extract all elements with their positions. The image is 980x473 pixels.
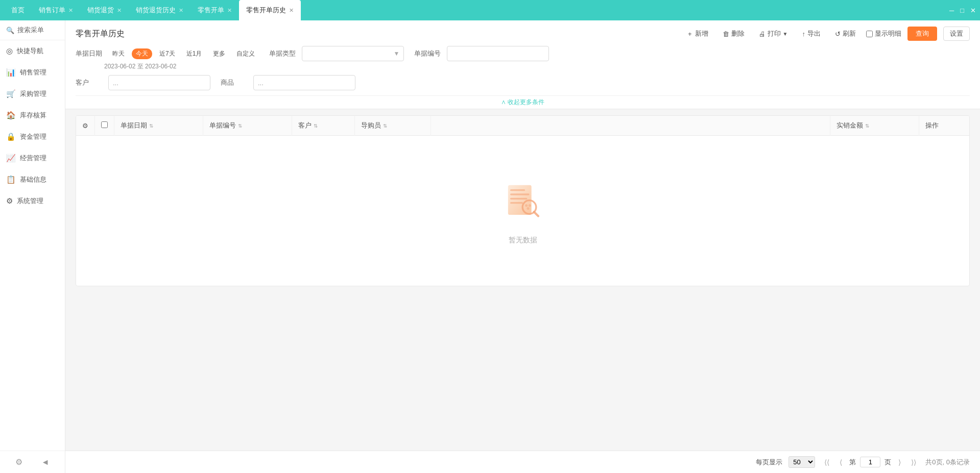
top-nav-bar: 首页 销售订单 ✕ 销货退货 ✕ 销货退货历史 ✕ 零售开单 ✕ 零售开单历史 … — [0, 0, 980, 20]
date-btn-yesterday[interactable]: 昨天 — [108, 48, 129, 59]
print-button[interactable]: 🖨 打印 ▼ — [755, 27, 792, 40]
page-nav: ⟨⟨ ⟨ 第 页 ⟩ ⟩⟩ — [821, 457, 919, 467]
export-icon: ↑ — [802, 30, 806, 38]
refresh-icon: ↺ — [835, 30, 841, 38]
th-date[interactable]: 单据日期 ⇅ — [114, 116, 203, 136]
sidebar-item-fund-mgmt[interactable]: 🔒 资金管理 — [0, 126, 65, 147]
sidebar-search-label: 搜索采单 — [17, 26, 44, 35]
select-all-checkbox[interactable] — [101, 121, 108, 128]
svg-point-9 — [527, 207, 529, 210]
sidebar-bottom: ⚙ ◄ — [0, 451, 65, 473]
settings-icon-bottom[interactable]: ⚙ — [15, 457, 22, 467]
tab-sales-return-history-close[interactable]: ✕ — [179, 7, 183, 14]
tab-sales-order-close[interactable]: ✕ — [68, 7, 73, 14]
th-action: 操作 — [919, 116, 969, 136]
filter-product: 商品 ... — [221, 75, 355, 90]
maximize-btn[interactable]: □ — [960, 7, 964, 14]
settings-gear-icon[interactable]: ⚙ — [82, 122, 88, 130]
sidebar-item-basic-info[interactable]: 📋 基础信息 — [0, 169, 65, 190]
prev-page-btn[interactable]: ⟨ — [836, 457, 845, 467]
th-number[interactable]: 单据编号 ⇅ — [203, 116, 292, 136]
per-page-select[interactable]: 50 10 20 100 — [788, 456, 815, 468]
sidebar-item-inventory-label: 库存核算 — [20, 111, 46, 120]
doc-no-input[interactable] — [447, 46, 549, 61]
current-page-input[interactable] — [860, 457, 880, 467]
tab-retail-open-label: 零售开单 — [198, 6, 224, 15]
tab-home[interactable]: 首页 — [4, 0, 32, 20]
sidebar-item-quick-nav[interactable]: ◎ 快捷导航 — [0, 40, 65, 62]
sidebar-item-purchase-mgmt[interactable]: 🛒 采购管理 — [0, 83, 65, 105]
query-label: 查询 — [916, 29, 929, 38]
minimize-btn[interactable]: ─ — [949, 7, 954, 14]
sidebar-item-sales-mgmt[interactable]: 📊 销售管理 — [0, 62, 65, 83]
tab-retail-history[interactable]: 零售开单历史 ✕ — [239, 0, 301, 20]
sort-amount-icon: ⇅ — [865, 123, 869, 129]
sort-salesperson-icon: ⇅ — [383, 123, 387, 129]
export-button[interactable]: ↑ 导出 — [798, 27, 825, 40]
th-customer[interactable]: 客户 ⇅ — [292, 116, 354, 136]
pagination-bar: 每页显示 50 10 20 100 ⟨⟨ ⟨ 第 页 ⟩ ⟩⟩ 共0页, 0条记… — [65, 451, 980, 473]
filter-doc-type: 单据类型 ▼ — [269, 46, 404, 61]
sidebar-search[interactable]: 🔍 搜索采单 — [0, 20, 65, 40]
display-detail-toggle[interactable]: 显示明细 — [866, 29, 901, 38]
product-placeholder: ... — [258, 79, 264, 87]
tab-retail-open-close[interactable]: ✕ — [227, 7, 232, 14]
date-range-display: 2023-06-02 至 2023-06-02 — [104, 63, 176, 70]
sort-customer-icon: ⇅ — [314, 123, 318, 129]
new-button[interactable]: + 新增 — [684, 27, 712, 40]
tab-sales-order[interactable]: 销售订单 ✕ — [32, 0, 80, 20]
sidebar-item-operation-mgmt[interactable]: 📈 经营管理 — [0, 147, 65, 169]
doc-type-label: 单据类型 — [269, 49, 298, 58]
collapse-label: ∧ 收起更多条件 — [501, 98, 544, 107]
date-btn-month[interactable]: 近1月 — [182, 48, 206, 59]
date-btn-week[interactable]: 近7天 — [155, 48, 179, 59]
content-area: 零售开单历史 + 新增 🗑 删除 🖨 打印 ▼ — [65, 20, 980, 473]
tab-sales-return[interactable]: 销货退货 ✕ — [80, 0, 129, 20]
tab-retail-open[interactable]: 零售开单 ✕ — [190, 0, 239, 20]
sidebar-item-basic-info-label: 基础信息 — [20, 175, 46, 184]
tab-sales-order-label: 销售订单 — [39, 6, 65, 15]
date-btn-today[interactable]: 今天 — [132, 48, 152, 59]
doc-type-select[interactable]: ▼ — [302, 46, 404, 61]
inventory-icon: 🏠 — [6, 111, 16, 120]
quick-nav-icon: ◎ — [6, 46, 13, 56]
next-page-btn[interactable]: ⟩ — [895, 457, 904, 467]
table-header-row: ⚙ 单据日期 ⇅ — [76, 116, 969, 136]
close-btn-window[interactable]: ✕ — [970, 7, 976, 14]
query-button[interactable]: 查询 — [907, 27, 937, 41]
page-label-post: 页 — [885, 458, 891, 467]
delete-button[interactable]: 🗑 删除 — [719, 27, 749, 40]
sidebar-item-sys-mgmt-label: 系统管理 — [17, 196, 43, 206]
search-icon: 🔍 — [6, 27, 14, 34]
sidebar-item-inventory[interactable]: 🏠 库存核算 — [0, 105, 65, 126]
display-detail-checkbox[interactable] — [866, 31, 873, 37]
date-btn-custom[interactable]: 自定义 — [232, 48, 259, 59]
collapse-bar[interactable]: ∧ 收起更多条件 — [76, 95, 970, 109]
page-label-pre: 第 — [849, 458, 856, 467]
product-input[interactable]: ... — [253, 75, 355, 90]
tab-retail-history-close[interactable]: ✕ — [289, 7, 294, 14]
th-settings[interactable]: ⚙ — [76, 116, 95, 136]
svg-point-8 — [528, 204, 531, 207]
svg-rect-1 — [510, 189, 525, 191]
tab-sales-return-history[interactable]: 销货退货历史 ✕ — [129, 0, 190, 20]
collapse-sidebar-icon[interactable]: ◄ — [41, 458, 50, 467]
date-btn-more[interactable]: 更多 — [209, 48, 229, 59]
th-checkbox[interactable] — [95, 116, 114, 136]
settings-button[interactable]: 设置 — [943, 27, 970, 41]
refresh-button[interactable]: ↺ 刷新 — [831, 27, 860, 40]
sidebar-item-fund-mgmt-label: 资金管理 — [20, 132, 46, 141]
th-amount[interactable]: 实销金额 ⇅ — [830, 116, 919, 136]
empty-icon — [497, 177, 548, 228]
last-page-btn[interactable]: ⟩⟩ — [908, 457, 919, 467]
tab-retail-history-label: 零售开单历史 — [246, 6, 286, 15]
th-salesperson[interactable]: 导购员 ⇅ — [355, 116, 431, 136]
filter-date: 单据日期 昨天 今天 近7天 近1月 更多 自定义 — [76, 48, 259, 59]
svg-point-7 — [525, 204, 528, 207]
sidebar-item-sys-mgmt[interactable]: ⚙ 系统管理 — [0, 190, 65, 212]
customer-input[interactable]: ... — [108, 75, 210, 90]
first-page-btn[interactable]: ⟨⟨ — [821, 457, 832, 467]
sort-date-icon: ⇅ — [149, 123, 153, 129]
tab-sales-return-close[interactable]: ✕ — [117, 7, 122, 14]
window-controls: ─ □ ✕ — [949, 7, 976, 14]
